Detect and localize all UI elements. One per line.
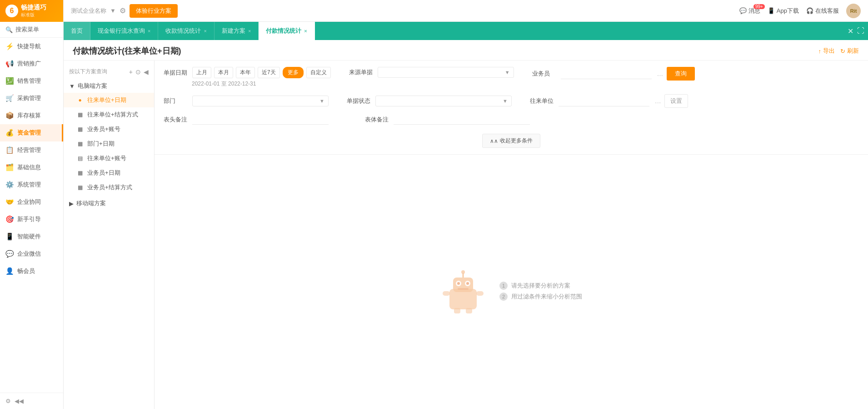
date-filter-group: 单据日期 上月 本月 本年 近7天 更多 自定义 2022-01-01 至 20…: [164, 67, 331, 88]
scheme-panel: 按以下方案查询 + ⊙ ◀ ▼ 电脑端方案 ● 往来单位+日期 ▦ 往来单位+结…: [64, 61, 155, 409]
dept-dropdown-icon: ▼: [319, 98, 324, 104]
dept-select[interactable]: ▼: [192, 96, 329, 106]
sidebar-item-purchase[interactable]: 🛒 采购管理: [0, 90, 63, 107]
sidebar-item-marketing[interactable]: 📢 营销推广: [0, 55, 63, 72]
scheme-item-staff-date[interactable]: ▦ 业务员+日期: [64, 166, 154, 180]
messages-btn[interactable]: 💬 消息 99+: [739, 7, 760, 15]
tab-bank[interactable]: 现金银行流水查询 ×: [90, 22, 158, 40]
page-header-actions: ↑ 导出 ↻ 刷新: [818, 47, 859, 55]
desktop-group-header[interactable]: ▼ 电脑端方案: [64, 79, 154, 93]
mobile-scheme-group: ▶ 移动端方案: [64, 197, 154, 210]
date-btn-this-month[interactable]: 本月: [214, 67, 233, 78]
page-header: 付款情况统计(往来单位+日期) ↑ 导出 ↻ 刷新: [64, 40, 868, 61]
svg-point-5: [466, 282, 469, 285]
date-btn-more[interactable]: 更多: [283, 67, 304, 78]
scheme-item-partner-date[interactable]: ● 往来单位+日期: [64, 93, 154, 107]
sidebar-item-member[interactable]: 👤 畅会员: [0, 263, 63, 280]
wechat-icon: 💬: [5, 250, 14, 258]
header-note-label: 表头备注: [164, 116, 189, 124]
panel-add-btn[interactable]: +: [129, 68, 133, 76]
staff-input[interactable]: [561, 69, 652, 79]
dept-select-text: [196, 98, 319, 104]
sidebar-item-wechat[interactable]: 💬 企业微信: [0, 245, 63, 263]
sidebar-item-operation[interactable]: 📋 经营管理: [0, 141, 63, 159]
date-btn-last-month[interactable]: 上月: [192, 67, 211, 78]
panel-settings-btn[interactable]: ⊙: [135, 68, 141, 76]
staff-dots[interactable]: ...: [657, 70, 663, 78]
tab-close-all-btn[interactable]: ✕: [848, 27, 853, 35]
sidebar-item-enterprise[interactable]: 🤝 企业协同: [0, 193, 63, 211]
sidebar-item-label: 营销推广: [17, 60, 41, 68]
staff-label: 业务员: [532, 70, 557, 78]
status-select[interactable]: ▼: [375, 96, 512, 106]
svg-rect-12: [458, 288, 469, 290]
tab-payment[interactable]: 付款情况统计 ×: [259, 22, 314, 40]
scheme-item-partner-settle[interactable]: ▦ 往来单位+结算方式: [64, 107, 154, 122]
topbar-settings-icon[interactable]: ⚙: [120, 6, 126, 15]
chevron-right-icon: ▶: [69, 200, 74, 207]
settings-btn[interactable]: 设置: [664, 94, 688, 108]
query-btn[interactable]: 查询: [667, 67, 695, 81]
footer-settings-btn[interactable]: ⚙: [5, 398, 11, 404]
customer-service-btn[interactable]: 🎧 在线客服: [806, 7, 839, 15]
date-btn-7days[interactable]: 近7天: [258, 67, 280, 78]
footer-collapse-btn[interactable]: ◀◀: [15, 398, 24, 404]
system-icon: ⚙️: [5, 181, 14, 189]
svg-rect-1: [453, 278, 473, 292]
mobile-group-header[interactable]: ▶ 移动端方案: [64, 197, 154, 210]
header-note-input[interactable]: [192, 114, 329, 125]
desktop-group-label: 电脑端方案: [78, 82, 107, 90]
empty-hint-2: 2 用过滤条件来缩小分析范围: [499, 293, 582, 301]
tab-new-scheme-close[interactable]: ×: [248, 28, 251, 34]
scheme-item-staff-settle[interactable]: ▦ 业务员+结算方式: [64, 180, 154, 195]
date-label: 单据日期: [164, 69, 189, 77]
partner-filter-group: 往来单位 ... 设置: [530, 94, 688, 108]
date-btn-this-year[interactable]: 本年: [236, 67, 255, 78]
panel-collapse-btn[interactable]: ◀: [144, 68, 149, 76]
tab-receipt[interactable]: 收款情况统计 ×: [158, 22, 214, 40]
date-btn-custom[interactable]: 自定义: [306, 67, 331, 78]
sidebar-item-finance[interactable]: 💰 资金管理: [0, 124, 63, 141]
robot-container: 1 请先选择要分析的方案 2 用过滤条件来缩小分析范围: [440, 266, 582, 316]
search-label: 搜索菜单: [15, 25, 39, 34]
body-note-input[interactable]: [394, 114, 530, 125]
date-range-display: 2022-01-01 至 2022-12-31: [164, 80, 331, 88]
dept-filter-group: 部门 ▼: [164, 96, 329, 106]
export-btn[interactable]: ↑ 导出: [818, 47, 835, 55]
scheme-item-partner-account[interactable]: ▤ 往来单位+账号: [64, 151, 154, 166]
scheme-grid-icon: ▦: [76, 111, 84, 118]
tab-receipt-close[interactable]: ×: [204, 28, 206, 34]
sidebar-item-sales[interactable]: 💹 销售管理: [0, 72, 63, 90]
scheme-item-label: 往来单位+日期: [87, 96, 126, 104]
refresh-btn[interactable]: ↻ 刷新: [840, 47, 859, 55]
source-select[interactable]: ▼: [378, 67, 514, 78]
partner-input[interactable]: [559, 96, 649, 106]
app-download-btn[interactable]: 📱 App下载: [768, 7, 799, 15]
trial-btn[interactable]: 体验行业方案: [130, 4, 178, 18]
tab-fullscreen-btn[interactable]: ⛶: [857, 27, 864, 35]
scheme-item-dept-date[interactable]: ▦ 部门+日期: [64, 136, 154, 151]
topbar-left: 测试企业名称 ▼ ⚙ 体验行业方案: [71, 4, 178, 18]
sidebar-item-basic[interactable]: 🗂️ 基础信息: [0, 159, 63, 176]
company-dropdown-icon[interactable]: ▼: [110, 7, 116, 14]
tab-new-scheme[interactable]: 新建方案 ×: [215, 22, 259, 40]
sidebar-item-guide[interactable]: 🎯 新手引导: [0, 211, 63, 228]
tab-payment-close[interactable]: ×: [304, 28, 307, 34]
partner-dots[interactable]: ...: [655, 97, 661, 105]
sidebar-item-label: 快捷导航: [17, 42, 41, 50]
inventory-icon: 📦: [5, 111, 14, 120]
status-label: 单据状态: [347, 97, 372, 105]
sidebar-item-quick-nav[interactable]: ⚡ 快捷导航: [0, 38, 63, 55]
tab-home[interactable]: 首页: [64, 22, 90, 40]
user-avatar[interactable]: Rit: [846, 4, 861, 18]
sidebar-item-system[interactable]: ⚙️ 系统管理: [0, 176, 63, 193]
scheme-grid-icon: ▦: [76, 184, 84, 191]
scheme-item-staff-account[interactable]: ▦ 业务员+账号: [64, 122, 154, 136]
sidebar-item-hardware[interactable]: 📱 智能硬件: [0, 228, 63, 245]
collapse-filter-btn[interactable]: ∧∧ 收起更多条件: [482, 134, 540, 148]
scheme-grid-icon: ▦: [76, 169, 84, 177]
search-menu[interactable]: 🔍 搜索菜单: [0, 22, 63, 38]
sidebar-item-inventory[interactable]: 📦 库存核算: [0, 107, 63, 124]
panel-toolbar: 按以下方案查询 + ⊙ ◀: [64, 66, 154, 79]
tab-bank-close[interactable]: ×: [148, 28, 150, 34]
